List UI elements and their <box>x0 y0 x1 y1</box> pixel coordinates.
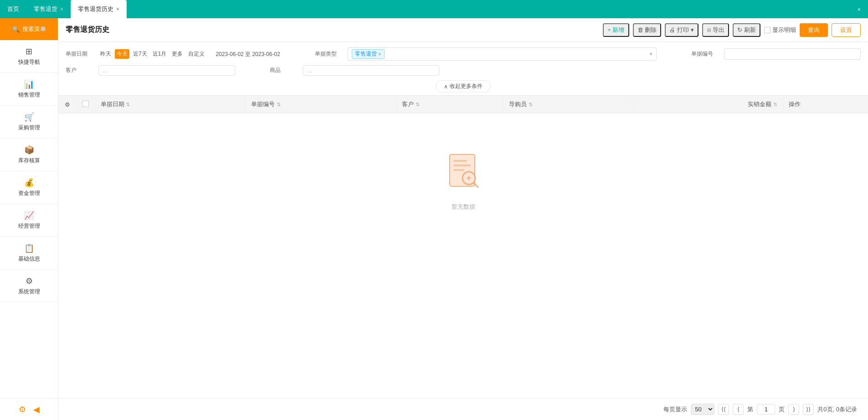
type-tag-text: 零售退货 <box>355 50 377 58</box>
sidebar-item-quick-nav[interactable]: ⊞ 快捷导航 <box>0 40 58 73</box>
page-header: 零售退货历史 + 新增 🗑 删除 🖨 打印 ▾ ⊙ 导出 ↻ 刷新 <box>58 18 868 42</box>
th-date-sort: ⇅ <box>126 102 130 107</box>
sidebar-search-label: 搜索菜单 <box>22 25 46 33</box>
settings-bottom-icon[interactable]: ⚙ <box>19 405 26 415</box>
date-opt-today[interactable]: 今天 <box>115 49 129 59</box>
sidebar-item-inventory[interactable]: 📦 库存核算 <box>0 138 58 171</box>
collapse-button[interactable]: ∧ 收起更多条件 <box>436 80 490 92</box>
th-number[interactable]: 单据编号 ⇅ <box>246 96 396 113</box>
sidebar-item-sales[interactable]: 📊 销售管理 <box>0 73 58 106</box>
sidebar-item-system[interactable]: ⚙ 系统管理 <box>0 270 58 302</box>
sidebar-item-operations[interactable]: 📈 经营管理 <box>0 204 58 237</box>
th-actions: 操作 <box>783 96 868 113</box>
date-opt-custom[interactable]: 自定义 <box>186 49 206 59</box>
toolbar: + 新增 🗑 删除 🖨 打印 ▾ ⊙ 导出 ↻ 刷新 显示明细 <box>603 23 861 37</box>
tab-retail-return-history-close[interactable]: × <box>116 6 119 12</box>
number-filter-input[interactable] <box>724 48 861 60</box>
operations-icon: 📈 <box>24 210 34 220</box>
tab-home[interactable]: 首页 <box>0 0 26 18</box>
query-button[interactable]: 查询 <box>800 23 828 37</box>
svg-rect-2 <box>453 164 471 166</box>
th-number-label: 单据编号 <box>251 101 275 108</box>
show-detail-label: 显示明细 <box>772 26 796 34</box>
new-button[interactable]: + 新增 <box>603 23 629 37</box>
th-amount[interactable]: 实销金额 ⇅ <box>632 96 783 113</box>
prev-page-button[interactable]: ⟨ <box>733 404 744 415</box>
collapse-icon: ∧ <box>444 83 448 90</box>
last-page-button[interactable]: ⟩⟩ <box>803 404 814 415</box>
table-body: 暂无数据 <box>58 113 868 230</box>
goods-input-ellipsis: … <box>307 67 435 74</box>
system-icon: ⚙ <box>26 276 33 286</box>
th-customer-sort: ⇅ <box>416 102 420 107</box>
customer-filter-label: 客户 <box>66 67 91 74</box>
th-amount-sort: ⇅ <box>773 102 777 107</box>
date-opt-yesterday[interactable]: 昨天 <box>98 49 113 59</box>
next-page-button[interactable]: ⟩ <box>788 404 799 415</box>
refresh-button[interactable]: ↻ 刷新 <box>733 23 760 37</box>
date-opt-1month[interactable]: 近1月 <box>151 49 169 59</box>
th-check[interactable] <box>77 96 95 113</box>
th-guide-label: 导购员 <box>509 101 527 108</box>
sidebar: 🔍 搜索菜单 ⊞ 快捷导航 📊 销售管理 🛒 采购管理 📦 库存核算 💰 资金管… <box>0 18 58 420</box>
type-dropdown[interactable]: 零售退货 × ▾ <box>348 47 657 61</box>
th-guide-sort: ⇅ <box>529 102 533 107</box>
page-input[interactable] <box>757 404 775 415</box>
per-page-select[interactable]: 50 20 100 <box>691 404 714 415</box>
sales-icon: 📊 <box>24 79 34 89</box>
quick-nav-icon: ⊞ <box>26 46 32 56</box>
th-guide[interactable]: 导购员 ⇅ <box>503 96 632 113</box>
date-opt-7days[interactable]: 近7天 <box>131 49 149 59</box>
svg-rect-3 <box>453 169 464 171</box>
filter-row-2: 客户 … 商品 … <box>66 65 861 76</box>
page-title: 零售退货历史 <box>66 25 603 35</box>
th-settings[interactable]: ⚙ <box>58 96 77 113</box>
top-tab-bar: 首页 零售退货 × 零售退货历史 × × <box>0 0 868 18</box>
sidebar-item-quick-nav-label: 快捷导航 <box>18 58 40 66</box>
purchase-icon: 🛒 <box>24 112 34 122</box>
show-detail-toggle[interactable]: 显示明细 <box>764 26 796 34</box>
type-dropdown-arrow: ▾ <box>650 51 652 57</box>
goods-filter-label: 商品 <box>270 67 295 74</box>
date-opt-more[interactable]: 更多 <box>170 49 185 59</box>
sidebar-bottom: ⚙ ◀ <box>0 398 58 420</box>
export-button[interactable]: ⊙ 导出 <box>702 23 729 37</box>
show-detail-checkbox[interactable] <box>764 27 770 33</box>
filter-area: 单据日期 昨天 今天 近7天 近1月 更多 自定义 2023-06-02 至 2… <box>58 42 868 96</box>
new-button-label: + 新增 <box>607 26 624 34</box>
finance-icon: 💰 <box>24 178 34 188</box>
date-filter-label: 单据日期 <box>66 50 91 58</box>
delete-button-label: 🗑 删除 <box>637 26 657 34</box>
first-page-button[interactable]: ⟨⟨ <box>718 404 729 415</box>
tab-retail-return-history[interactable]: 零售退货历史 × <box>71 0 127 18</box>
tab-retail-return-close[interactable]: × <box>60 6 63 12</box>
empty-icon <box>441 150 486 195</box>
print-button[interactable]: 🖨 打印 ▾ <box>665 23 699 37</box>
inventory-icon: 📦 <box>24 145 34 155</box>
empty-text: 暂无数据 <box>452 203 475 211</box>
print-button-label: 🖨 打印 <box>669 26 689 34</box>
sidebar-item-purchase[interactable]: 🛒 采购管理 <box>0 106 58 138</box>
print-dropdown-arrow: ▾ <box>691 26 694 33</box>
type-tag-remove[interactable]: × <box>378 51 381 57</box>
window-close-button[interactable]: × <box>857 6 868 13</box>
collapse-sidebar-icon[interactable]: ◀ <box>33 405 40 415</box>
th-date[interactable]: 单据日期 ⇅ <box>95 96 246 113</box>
refresh-button-label: ↻ 刷新 <box>737 26 756 34</box>
type-filter-label: 单据类型 <box>315 50 340 58</box>
sidebar-item-purchase-label: 采购管理 <box>18 124 40 132</box>
delete-button[interactable]: 🗑 删除 <box>633 23 662 37</box>
sidebar-search[interactable]: 🔍 搜索菜单 <box>0 18 58 40</box>
sidebar-item-finance-label: 资金管理 <box>18 190 40 197</box>
empty-state: 暂无数据 <box>58 113 868 229</box>
sidebar-item-finance[interactable]: 💰 资金管理 <box>0 171 58 204</box>
number-filter-label: 单据编号 <box>691 50 717 58</box>
sidebar-item-basic[interactable]: 📋 基础信息 <box>0 237 58 270</box>
tab-retail-return[interactable]: 零售退货 × <box>26 0 71 18</box>
collapse-row: ∧ 收起更多条件 <box>66 80 861 92</box>
content-area: 零售退货历史 + 新增 🗑 删除 🖨 打印 ▾ ⊙ 导出 ↻ 刷新 <box>58 18 868 420</box>
search-icon: 🔍 <box>12 26 20 33</box>
set-button[interactable]: 设置 <box>832 23 861 37</box>
th-customer[interactable]: 客户 ⇅ <box>396 96 503 113</box>
th-actions-label: 操作 <box>789 101 801 108</box>
